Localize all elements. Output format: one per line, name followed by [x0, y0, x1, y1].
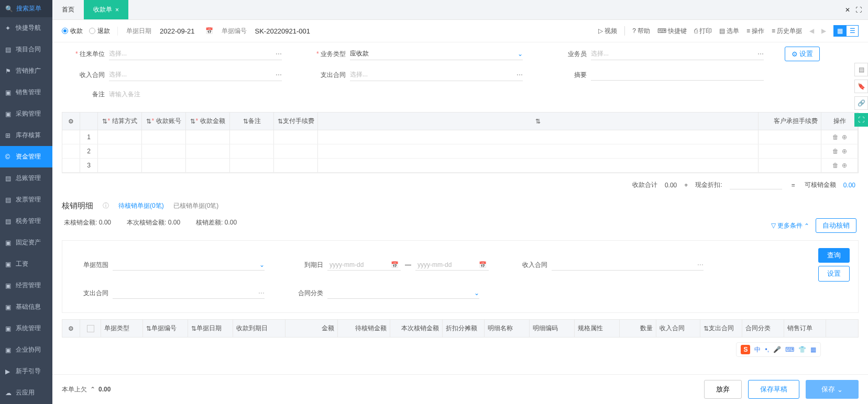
- ime-keyboard-icon[interactable]: ⌨: [785, 346, 794, 353]
- col-thiscore-amt[interactable]: 本次核销金额: [390, 320, 443, 337]
- col-docno[interactable]: ⇅ 单据编号: [143, 320, 188, 337]
- income-contract-input[interactable]: 选择...⋯: [109, 69, 282, 81]
- sidebar-item-purchase[interactable]: ▣采购管理: [0, 103, 52, 125]
- col-amt[interactable]: 金额: [285, 320, 338, 337]
- sidebar-item-salary[interactable]: ▣工资: [0, 253, 52, 275]
- col-duedate[interactable]: 收款到期日: [233, 320, 285, 337]
- add-row-icon[interactable]: ⊕: [842, 148, 847, 155]
- settings-button[interactable]: ⚙设置: [785, 47, 820, 61]
- more-icon[interactable]: ⋯: [697, 261, 704, 268]
- radio-refund[interactable]: 退款: [89, 27, 110, 36]
- col-docdate[interactable]: ⇅ 单据日期: [188, 320, 233, 337]
- table-row[interactable]: 1 🗑⊕: [62, 130, 858, 144]
- expense-contract-filter-input[interactable]: ⋯: [113, 288, 265, 299]
- col-amount[interactable]: ⇅ 收款金额: [186, 113, 230, 130]
- save-draft-button[interactable]: 保存草稿: [748, 380, 799, 399]
- sidebar-search[interactable]: 🔍 搜索菜单: [0, 0, 52, 17]
- ime-toolbox-icon[interactable]: ▦: [810, 346, 816, 353]
- sidebar-item-fund[interactable]: ©资金管理: [0, 146, 52, 167]
- ime-bar[interactable]: S 中 •, 🎤 ⌨ 👕 ▦: [736, 342, 821, 357]
- gear-column[interactable]: ⚙: [62, 320, 80, 337]
- add-row-icon[interactable]: ⊕: [842, 133, 847, 141]
- rail-note-icon[interactable]: ▤: [854, 63, 868, 76]
- table-row[interactable]: 2 🗑⊕: [62, 144, 858, 159]
- calendar-icon[interactable]: 📅: [479, 261, 487, 268]
- col-income-contract[interactable]: 收入合同: [656, 320, 700, 337]
- sidebar-item-invoice[interactable]: ▤发票管理: [0, 189, 52, 210]
- partner-input[interactable]: 选择...⋯: [109, 48, 282, 60]
- col-qty[interactable]: 数量: [620, 320, 656, 337]
- sidebar-item-ops[interactable]: ▣经营管理: [0, 275, 52, 296]
- date-to-input[interactable]: yyyy-mm-dd📅: [415, 260, 489, 271]
- sidebar-item-cloud[interactable]: ☁云应用: [0, 382, 52, 403]
- view-list[interactable]: ☰: [846, 25, 859, 37]
- col-account[interactable]: ⇅ 收款账号: [142, 113, 186, 130]
- close-icon[interactable]: ×: [115, 6, 119, 14]
- ime-mic-icon[interactable]: 🎤: [773, 346, 781, 353]
- rail-attach-icon[interactable]: 🔗: [854, 96, 868, 110]
- summary-input[interactable]: [591, 70, 764, 81]
- table-row[interactable]: 3 🗑⊕: [62, 159, 858, 173]
- tab-receipt[interactable]: 收款单×: [84, 0, 128, 19]
- sidebar-item-sales[interactable]: ▣销售管理: [0, 82, 52, 103]
- info-icon[interactable]: ⓘ: [103, 201, 109, 210]
- income-contract-filter-input[interactable]: ⋯: [552, 260, 704, 271]
- delete-icon[interactable]: 🗑: [832, 148, 839, 155]
- sidebar-item-tax[interactable]: ▤税务管理: [0, 210, 52, 232]
- checkbox-all[interactable]: [80, 320, 101, 337]
- more-icon[interactable]: ⋯: [276, 71, 282, 78]
- sidebar-item-marketing[interactable]: ⚑营销推广: [0, 60, 52, 82]
- col-contract-cat[interactable]: 合同分类: [742, 320, 784, 337]
- chevron-down-icon[interactable]: ⌄: [474, 289, 479, 297]
- owe-toggle-icon[interactable]: ⌃: [90, 386, 95, 393]
- sidebar-item-ledger[interactable]: ▤总账管理: [0, 167, 52, 189]
- add-row-icon[interactable]: ⊕: [842, 162, 847, 169]
- calendar-icon[interactable]: 📅: [391, 261, 399, 268]
- ime-lang[interactable]: 中: [754, 345, 761, 354]
- salesman-input[interactable]: 选择...⋯: [591, 48, 764, 60]
- query-button[interactable]: 查询: [818, 248, 850, 263]
- tab-home[interactable]: 首页: [52, 0, 84, 19]
- rail-expand-icon[interactable]: ⛶: [854, 113, 868, 127]
- next-icon[interactable]: ▶: [821, 27, 826, 35]
- abandon-button[interactable]: 放弃: [704, 380, 742, 399]
- print-button[interactable]: ⎙打印: [694, 27, 712, 36]
- hotkey-button[interactable]: ⌨快捷键: [657, 27, 687, 36]
- expense-contract-input[interactable]: 选择...⋯: [350, 69, 523, 81]
- operate-button[interactable]: ≡操作: [746, 27, 764, 36]
- col-settle[interactable]: ⇅ 结算方式: [98, 113, 142, 130]
- col-discshare[interactable]: 折扣分摊额: [443, 320, 485, 337]
- range-input[interactable]: ⌄: [113, 260, 265, 271]
- save-button[interactable]: 保存⌄: [806, 380, 859, 399]
- gear-column[interactable]: ⚙: [62, 113, 80, 130]
- col-custfee[interactable]: 客户承担手续费: [759, 113, 821, 130]
- rail-tag-icon[interactable]: 🔖: [854, 80, 868, 93]
- remark-input[interactable]: 请输入备注: [109, 88, 512, 100]
- radio-receive[interactable]: 收款: [62, 27, 83, 36]
- sidebar-item-collab[interactable]: ▣企业协同: [0, 339, 52, 361]
- help-button[interactable]: ?帮助: [632, 27, 650, 36]
- sidebar-item-system[interactable]: ▣系统管理: [0, 318, 52, 339]
- col-salesorder[interactable]: 销售订单: [784, 320, 826, 337]
- col-spec[interactable]: 规格属性: [575, 320, 620, 337]
- history-button[interactable]: ≡历史单据: [772, 27, 802, 36]
- contract-cat-input[interactable]: ⌄: [327, 288, 479, 299]
- fullscreen-icon[interactable]: ⛶: [855, 6, 862, 14]
- col-detailname[interactable]: 明细名称: [485, 320, 530, 337]
- col-fee[interactable]: ⇅ 支付手续费: [274, 113, 318, 130]
- more-icon[interactable]: ⋯: [258, 289, 265, 297]
- col-remark[interactable]: ⇅ 备注: [230, 113, 274, 130]
- ime-skin-icon[interactable]: 👕: [798, 346, 806, 353]
- ime-punct-icon[interactable]: •,: [765, 346, 769, 353]
- tab-close-icon[interactable]: ✕: [845, 6, 850, 14]
- more-icon[interactable]: ⋯: [757, 50, 764, 58]
- sidebar-item-quicknav[interactable]: ✦快捷导航: [0, 17, 52, 39]
- select-button[interactable]: ▤选单: [719, 27, 739, 36]
- sidebar-item-asset[interactable]: ▣固定资产: [0, 232, 52, 253]
- delete-icon[interactable]: 🗑: [832, 162, 839, 169]
- sidebar-item-basic[interactable]: ▣基础信息: [0, 296, 52, 318]
- view-detail[interactable]: ▦: [833, 25, 846, 37]
- biztype-input[interactable]: 应收款⌄: [350, 48, 523, 60]
- prev-icon[interactable]: ◀: [809, 27, 814, 35]
- calendar-icon[interactable]: 📅: [205, 27, 213, 35]
